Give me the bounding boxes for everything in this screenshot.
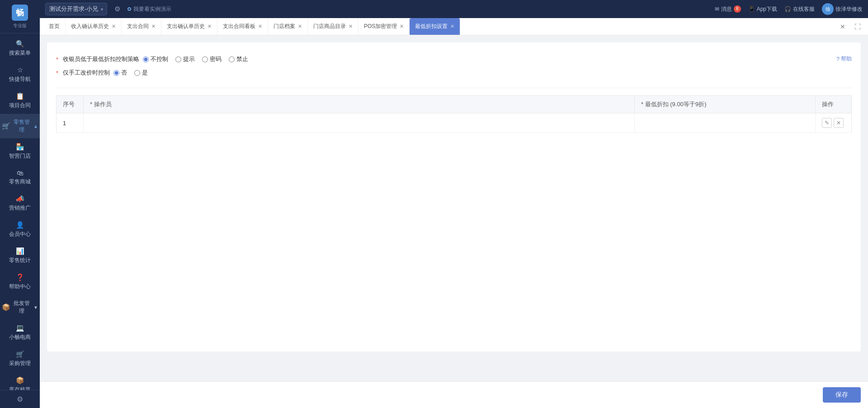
retail-mgmt-arrow: ▲ — [33, 124, 38, 129]
sidebar-item-ecommerce[interactable]: 💻 小畅电商 — [0, 319, 40, 346]
tab-store-products-label: 门店商品目录 — [313, 23, 346, 30]
sidebar-item-search-menu[interactable]: 🔍 搜索菜单 — [0, 35, 40, 61]
policy-forbid-label: 禁止 — [236, 55, 248, 63]
content-wrapper: * 收银员低于最低折扣控制策略 不控制 提示 — [40, 35, 868, 408]
tab-close-all-button[interactable]: ✕ — [836, 21, 849, 32]
delete-row-button[interactable]: ✕ — [834, 118, 844, 128]
tab-store-file-close[interactable]: ✕ — [298, 23, 302, 29]
policy-forbid-option[interactable]: 禁止 — [229, 55, 248, 63]
tab-pos-password[interactable]: POS加密管理 ✕ — [359, 18, 410, 35]
sidebar-item-label-help-center: 帮助中心 — [9, 283, 31, 291]
manual-price-no-radio[interactable] — [113, 70, 119, 76]
help-link-label: 帮助 — [841, 55, 852, 63]
tab-contract[interactable]: 支出合同 ✕ — [122, 18, 161, 35]
manual-price-yes-radio[interactable] — [134, 70, 140, 76]
sidebar-item-batch-mgmt[interactable]: 📦 批发管理 ▼ — [0, 295, 40, 319]
tab-store-file[interactable]: 门店档案 ✕ — [268, 18, 308, 35]
tab-contract-label: 支出合同 — [127, 23, 149, 30]
header-settings-button[interactable]: ⚙ — [113, 3, 122, 15]
tab-payment-board-close[interactable]: ✕ — [258, 23, 262, 29]
save-button[interactable]: 保存 — [823, 387, 861, 403]
sidebar-item-label-smart-store: 智营门店 — [9, 152, 31, 160]
tab-payment-history-close[interactable]: ✕ — [208, 23, 212, 29]
project-dropdown-arrow: ▾ — [101, 7, 103, 12]
form-fields: * 收银员低于最低折扣控制策略 不控制 提示 — [56, 55, 248, 82]
policy-remind-radio[interactable] — [175, 56, 181, 62]
manual-price-required-star: * — [56, 70, 58, 76]
retail-stats-icon: 📊 — [16, 247, 24, 255]
sidebar-item-retail-stats[interactable]: 📊 零售统计 — [0, 243, 40, 269]
sidebar-item-retail-mall[interactable]: 🛍 零售商城 — [0, 164, 40, 190]
sidebar-item-purchase-mgmt[interactable]: 🛒 采购管理 — [0, 346, 40, 372]
cell-operator — [84, 113, 635, 133]
app-logo-icon: 畅 — [12, 5, 28, 21]
user-menu-button[interactable]: 徐 徐泽华修改 — [822, 3, 863, 15]
sidebar-item-help-center[interactable]: ❓ 帮助中心 — [0, 269, 40, 295]
policy-required-star: * — [56, 56, 58, 63]
app-edition-label: 专业版 — [13, 23, 27, 28]
app-download-label: App下载 — [757, 5, 777, 13]
tab-payment-history[interactable]: 支出确认单历史 ✕ — [161, 18, 217, 35]
tab-pos-password-label: POS加密管理 — [364, 23, 397, 30]
tab-store-products[interactable]: 门店商品目录 ✕ — [308, 18, 359, 35]
retail-mall-icon: 🛍 — [17, 169, 24, 177]
sidebar-gear-icon[interactable]: ⚙ — [17, 395, 23, 403]
policy-radio-group: 不控制 提示 密码 — [143, 55, 248, 63]
tab-pos-password-close[interactable]: ✕ — [400, 23, 404, 29]
policy-no-control-option[interactable]: 不控制 — [143, 55, 168, 63]
policy-remind-label: 提示 — [183, 55, 195, 63]
project-selector[interactable]: 测试分开需求-小兄 ▾ — [45, 3, 107, 15]
sidebar-item-member-center[interactable]: 👤 会员中心 — [0, 216, 40, 243]
header-right: ✉ 消息 8 📱 App下载 🎧 在线客服 徐 徐泽华修改 — [715, 3, 863, 15]
messages-button[interactable]: ✉ 消息 8 — [715, 5, 741, 13]
tab-maximize-button[interactable]: ⛶ — [851, 21, 864, 32]
tab-min-discount[interactable]: 最低折扣设置 ✕ — [410, 18, 460, 35]
policy-password-radio[interactable] — [202, 56, 208, 62]
tab-store-file-label: 门店档案 — [274, 23, 295, 30]
demo-label: 我要看实例演示 — [133, 5, 171, 13]
help-link-button[interactable]: ? 帮助 — [836, 55, 852, 63]
inventory-icon: 📦 — [16, 376, 24, 385]
sidebar-item-inventory[interactable]: 📦 库存核算 — [0, 372, 40, 390]
purchase-mgmt-icon: 🛒 — [16, 350, 24, 358]
table-section: 序号 * 操作员 * 最低折扣 (9.00等于9折) 操作 — [56, 95, 852, 133]
tab-payment-board[interactable]: 支出合同看板 ✕ — [217, 18, 268, 35]
manual-price-radio-group: 否 是 — [113, 69, 148, 77]
tab-store-products-close[interactable]: ✕ — [349, 23, 353, 29]
table-row: 1 ✎ — [57, 113, 852, 133]
sidebar-item-retail-mgmt[interactable]: 🛒 零售管理 ▲ — [0, 114, 40, 138]
sidebar-item-smart-store[interactable]: 🏪 智营门店 — [0, 138, 40, 164]
online-service-button[interactable]: 🎧 在线客服 — [784, 5, 815, 13]
project-name: 测试分开需求-小兄 — [49, 5, 98, 13]
tab-controls: ✕ ⛶ — [836, 21, 864, 32]
policy-remind-option[interactable]: 提示 — [175, 55, 195, 63]
tab-income-history[interactable]: 收入确认单历史 ✕ — [66, 18, 122, 35]
sidebar-item-project-contract[interactable]: 📋 项目合同 — [0, 88, 40, 114]
marketing-icon: 📣 — [16, 195, 24, 203]
tab-income-history-close[interactable]: ✕ — [112, 23, 116, 29]
policy-forbid-radio[interactable] — [229, 56, 235, 62]
batch-mgmt-icon: 📦 — [2, 303, 10, 311]
online-service-icon: 🎧 — [784, 6, 791, 12]
top-header: 测试分开需求-小兄 ▾ ⚙ 我要看实例演示 ✉ 消息 8 📱 App下载 🎧 在… — [40, 0, 868, 18]
manual-price-yes-option[interactable]: 是 — [134, 69, 148, 77]
manual-price-no-option[interactable]: 否 — [113, 69, 127, 77]
quick-nav-icon: ☆ — [17, 66, 23, 74]
manual-price-no-label: 否 — [121, 69, 127, 77]
tab-home[interactable]: 首页 — [43, 18, 66, 35]
smart-store-icon: 🏪 — [16, 143, 24, 151]
sidebar-item-marketing[interactable]: 📣 营销推广 — [0, 190, 40, 216]
tab-min-discount-close[interactable]: ✕ — [450, 23, 454, 29]
sidebar-item-label-retail-stats: 零售统计 — [9, 257, 31, 264]
edit-row-button[interactable]: ✎ — [822, 118, 832, 128]
messages-label: 消息 — [721, 5, 732, 13]
sidebar-item-quick-nav[interactable]: ☆ 快捷导航 — [0, 61, 40, 88]
policy-password-option[interactable]: 密码 — [202, 55, 222, 63]
main-area: 测试分开需求-小兄 ▾ ⚙ 我要看实例演示 ✉ 消息 8 📱 App下载 🎧 在… — [40, 0, 868, 408]
tab-contract-close[interactable]: ✕ — [151, 23, 156, 29]
app-download-button[interactable]: 📱 App下载 — [748, 5, 777, 13]
retail-mgmt-icon: 🛒 — [2, 122, 10, 130]
retail-mgmt-content: 🛒 零售管理 ▲ — [2, 118, 38, 134]
demo-button[interactable]: 我要看实例演示 — [127, 5, 171, 13]
policy-no-control-radio[interactable] — [143, 56, 149, 62]
